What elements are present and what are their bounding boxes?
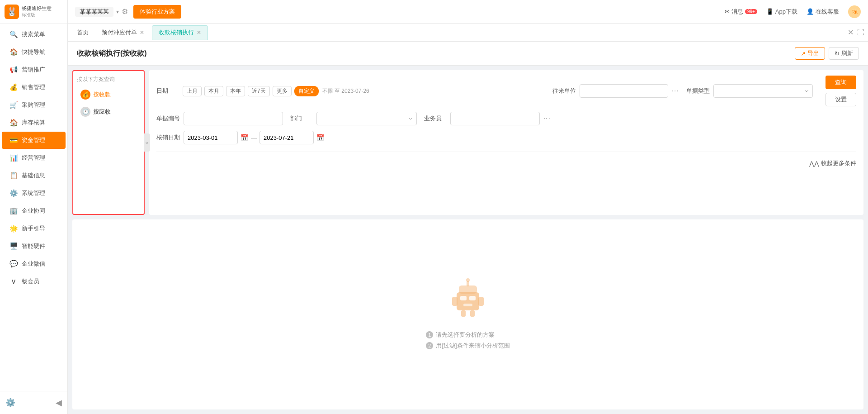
svg-rect-7: [470, 310, 475, 317]
empty-illustration: [445, 276, 491, 322]
basic-icon: 📋: [9, 171, 18, 180]
close-tab-icon[interactable]: ✕: [848, 28, 854, 37]
sidebar-item-label: 资金管理: [22, 136, 45, 144]
tab-bar: 首页 预付冲应付单 ✕ 收款核销执行 ✕ ✕ ⛶: [68, 24, 868, 42]
verify-date-end-input[interactable]: [259, 131, 314, 144]
query-option-receipt[interactable]: 💰 按收款: [77, 87, 140, 102]
doc-type-select[interactable]: [713, 84, 813, 98]
setting-button[interactable]: 设置: [826, 93, 856, 106]
sidebar-item-enterprise[interactable]: 🏢 企业协同: [2, 202, 66, 219]
dropdown-arrow-icon[interactable]: ▾: [116, 9, 119, 15]
solution-button[interactable]: 体验行业方案: [133, 5, 181, 19]
sidebar-item-hardware[interactable]: 🖥️ 智能硬件: [2, 238, 66, 255]
settings-icon[interactable]: ⚙️: [2, 396, 19, 409]
content-area: 收款核销执行(按收款) ↗ 导出 ↻ 刷新 按以下方案查询 💰 按收款: [68, 42, 868, 414]
counterpart-input[interactable]: [580, 84, 668, 98]
refresh-icon: ↻: [835, 50, 840, 57]
marketing-icon: 📢: [9, 66, 18, 74]
svg-rect-0: [457, 292, 479, 310]
app-download-button[interactable]: 📱 App下载: [766, 8, 797, 16]
sidebar-item-label: 畅会员: [22, 277, 39, 286]
settings-gear-icon[interactable]: ⚙: [122, 7, 128, 16]
svg-rect-2: [469, 296, 476, 300]
verify-date-label: 核销日期: [156, 133, 180, 142]
user-avatar[interactable]: Rit: [848, 5, 861, 18]
receivable-option-label: 按应收: [93, 108, 111, 116]
counterpart-more-icon[interactable]: ···: [672, 87, 679, 95]
logo-text-area: 畅捷通好生意 标准版: [22, 5, 52, 18]
cal-start-icon[interactable]: 📅: [241, 134, 248, 141]
last-month-button[interactable]: 上月: [183, 86, 202, 96]
empty-tip-1: 1 请先选择要分析的方案: [426, 331, 509, 339]
last-7-days-button[interactable]: 近7天: [248, 86, 270, 96]
sidebar-item-search[interactable]: 🔍 搜索菜单: [2, 26, 66, 43]
sidebar-item-marketing[interactable]: 📢 营销推广: [2, 61, 66, 78]
date-label: 日期: [156, 87, 179, 95]
svg-rect-5: [478, 297, 484, 306]
sidebar-item-label: 经营管理: [22, 154, 45, 162]
member-icon: V: [9, 278, 18, 285]
this-month-button[interactable]: 本月: [204, 86, 223, 96]
query-option-receivable[interactable]: 🕐 按应收: [77, 104, 140, 119]
logo-icon: 🐰: [5, 5, 19, 19]
expand-tab-icon[interactable]: ⛶: [857, 29, 864, 37]
tab-prepay[interactable]: 预付冲应付单 ✕: [95, 25, 151, 40]
sidebar-item-operation[interactable]: 📊 经营管理: [2, 149, 66, 167]
sidebar-item-sales[interactable]: 💰 销售管理: [2, 79, 66, 96]
svg-rect-3: [463, 304, 472, 306]
collapse-sidebar-icon[interactable]: ◀: [52, 396, 66, 409]
sidebar-item-wechat[interactable]: 💬 企业微信: [2, 255, 66, 272]
search-icon: 🔍: [9, 30, 18, 38]
service-label: 在线客服: [816, 8, 839, 16]
dept-select[interactable]: [316, 112, 417, 125]
this-year-button[interactable]: 本年: [226, 86, 245, 96]
system-icon: ⚙️: [9, 189, 18, 197]
custom-date-button[interactable]: 自定义: [294, 86, 319, 96]
tab-home[interactable]: 首页: [71, 29, 94, 37]
logo-title: 畅捷通好生意: [22, 5, 52, 11]
sidebar-item-purchase[interactable]: 🛒 采购管理: [2, 96, 66, 114]
tab-receivable-close-icon[interactable]: ✕: [197, 29, 201, 36]
receipt-option-icon: 💰: [80, 90, 90, 100]
sidebar-item-label: 快捷导航: [22, 48, 45, 56]
staff-input[interactable]: [450, 112, 540, 125]
sidebar-item-label: 系统管理: [22, 189, 45, 197]
header-right: ✉ 消息 99+ 📱 App下载 👤 在线客服 Rit: [725, 5, 861, 18]
doc-no-input[interactable]: [184, 112, 283, 125]
staff-more-icon[interactable]: ···: [543, 114, 551, 123]
sidebar-item-system[interactable]: ⚙️ 系统管理: [2, 185, 66, 202]
sidebar-item-label: 销售管理: [22, 83, 45, 91]
sidebar-item-label: 智能硬件: [22, 242, 45, 250]
receivable-option-icon: 🕐: [80, 107, 90, 117]
guide-icon: 🌟: [9, 224, 18, 233]
sidebar-item-quicknav[interactable]: 🏠 快捷导航: [2, 43, 66, 61]
verify-date-range: 📅 — 📅: [184, 131, 324, 144]
verify-date-start-input[interactable]: [184, 131, 238, 144]
sidebar-item-basic[interactable]: 📋 基础信息: [2, 167, 66, 184]
tip-num-2: 2: [426, 342, 433, 349]
sidebar-item-label: 企业微信: [22, 260, 45, 268]
more-date-button[interactable]: 更多: [273, 86, 292, 96]
doc-no-label: 单据编号: [156, 114, 180, 123]
export-button[interactable]: ↗ 导出: [795, 47, 825, 60]
query-panel: 按以下方案查询 💰 按收款 🕐 按应收 ‹‹: [72, 70, 145, 215]
tab-prepay-close-icon[interactable]: ✕: [140, 29, 144, 36]
sidebar-item-guide[interactable]: 🌟 新手引导: [2, 220, 66, 237]
query-button[interactable]: 查询: [826, 76, 856, 89]
sales-icon: 💰: [9, 83, 18, 91]
svg-rect-4: [452, 297, 458, 306]
filter-row-3: 核销日期 📅 — 📅: [156, 131, 856, 144]
panel-collapse-button[interactable]: ‹‹: [144, 133, 150, 152]
message-button[interactable]: ✉ 消息 99+: [725, 8, 757, 16]
collapse-more-button[interactable]: ⋀⋀ 收起更多条件: [809, 157, 856, 169]
sidebar-item-member[interactable]: V 畅会员: [2, 273, 66, 290]
tab-receivable[interactable]: 收款核销执行 ✕: [152, 25, 208, 40]
sidebar-item-inventory[interactable]: 🏠 库存核算: [2, 114, 66, 131]
cal-end-icon[interactable]: 📅: [316, 134, 324, 141]
tip-num-1: 1: [426, 331, 433, 338]
online-service-button[interactable]: 👤 在线客服: [807, 8, 839, 16]
refresh-button[interactable]: ↻ 刷新: [829, 47, 859, 60]
tip-text-2: 用[过滤]条件来缩小分析范围: [436, 342, 509, 350]
logo-area: 🐰 畅捷通好生意 标准版: [0, 0, 67, 24]
sidebar-item-finance[interactable]: 💳 资金管理: [2, 132, 66, 149]
